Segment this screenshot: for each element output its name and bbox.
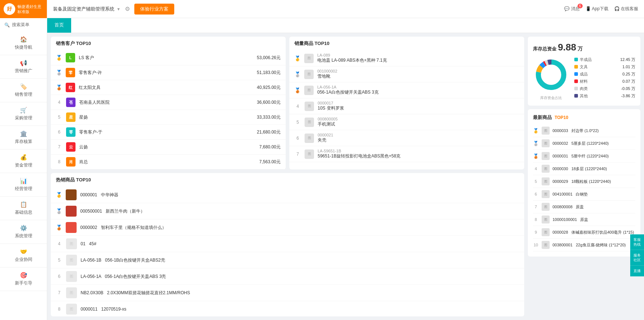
product-code: 000800005: [318, 117, 519, 121]
sidebar-item-资金管理[interactable]: 💰资金管理: [0, 149, 47, 173]
settings-icon[interactable]: ⚙: [125, 5, 130, 12]
new-product-row: 5 图 0000029 18颗粒板 (1220*2440): [533, 175, 635, 188]
float-buttons: 客服热线 服务社区 直播: [630, 234, 644, 276]
hot-product-row: 4 图 01 45#: [51, 236, 524, 252]
customer-row: 5 星 星扬 33,333.00元: [51, 110, 286, 125]
sales-product-title: 销量商品 TOP10: [294, 40, 330, 47]
rank-number: 8: [533, 217, 539, 222]
customer-name: 肖总: [79, 159, 256, 165]
search-menu[interactable]: 🔍 搜索菜单: [0, 18, 47, 32]
legend-name: 文具: [580, 64, 621, 70]
customer-service-btn[interactable]: 客服热线: [630, 234, 644, 250]
nav-icon: 📊: [20, 177, 27, 184]
new-product-info: 0000030 18多层 (1220*2440): [553, 166, 635, 172]
sidebar-item-基础信息[interactable]: 📋基础信息: [0, 197, 47, 220]
customer-name: 苍南县人民医院: [79, 99, 253, 106]
medal-icon: 🥇: [56, 192, 62, 198]
product-thumb: 图: [542, 127, 550, 135]
customer-avatar: 零: [66, 127, 76, 137]
legend-dot: [574, 87, 578, 90]
app-download-btn[interactable]: 📱 App下载: [586, 6, 608, 12]
sales-product-panel: 销量商品 TOP10 🥇 图 LA-089 电池盖 LA-089 ABS本色+黑…: [289, 37, 524, 169]
customer-row: 7 云 云扬 7,680.00元: [51, 140, 286, 155]
customer-avatar: 零: [66, 68, 75, 77]
hot-product-row: 6 图 LA-056-1A 056-1A白色按键开关盖ABS 3壳: [51, 268, 524, 285]
nav-icon: 📢: [20, 60, 27, 66]
hot-product-row: 🥈 000500001 新西兰牛肉（新牛）: [51, 203, 524, 220]
chevron-icon: ▼: [117, 7, 121, 11]
nav-icon: 🏠: [20, 36, 27, 43]
hot-product-row: 🥇 0000001 中华神器: [51, 187, 524, 203]
medal-icon: 🥉: [56, 85, 62, 90]
product-name: 雪地靴: [317, 73, 519, 79]
content: 销售客户 TOP10 🥇 L LS 客户 53,006.26元 🥈 零 零售客户…: [47, 33, 644, 320]
message-btn[interactable]: 💬 消息 6: [564, 6, 579, 12]
legend-name: 材料: [580, 79, 621, 84]
legend-dot: [574, 94, 578, 98]
new-product-list: 🥇 图 0000033 封边带 (1.0*22) 🥈 图 0000032 5厘多…: [533, 124, 635, 251]
tab-home[interactable]: 首页: [47, 18, 71, 33]
trial-button[interactable]: 体验行业方案: [134, 4, 174, 15]
hot-product-row: 7 图 NB2.0X30B 2.0X30MM双搓花轴搓花直径2.1MM/ROHS: [51, 285, 524, 301]
rank-number: 7: [294, 152, 301, 157]
sidebar-item-系统管理[interactable]: ⚙️系统管理: [0, 220, 47, 244]
sales-product-row: 🥉 图 LA-056-1A 056-1A白色按键开关盖ABS 3克: [289, 82, 524, 98]
customer-name: 红太阳文具: [79, 85, 253, 91]
product-thumb: 图: [542, 190, 550, 198]
rank-number: 10: [533, 243, 539, 247]
nav-icon: 🎯: [20, 272, 27, 279]
hot-product-name: 0000011 12070519-xs: [81, 307, 519, 312]
message-icon: 💬: [564, 6, 570, 11]
new-product-row: 🥉 图 0000031 5厘中纤 (1220*2440): [533, 150, 635, 163]
rank-number: 6: [56, 274, 62, 279]
product-code: LA-089: [317, 53, 519, 57]
product-name: 59651-1B旋转投影灯电池盒ABS黑色+58克: [318, 153, 519, 159]
legend-item: 半成品 12.45 万: [574, 57, 635, 62]
hot-product-name: 01 45#: [81, 241, 519, 246]
new-product-row: 8 图 10000100001 原盅: [533, 213, 635, 226]
customer-avatar: L: [66, 53, 75, 62]
legend-name: 肉类: [580, 86, 619, 91]
sidebar-item-快捷导航[interactable]: 🏠快捷导航: [0, 32, 47, 55]
customer-row: 6 零 零售客户-于 21,680.00元: [51, 125, 286, 140]
sidebar-item-企业协同[interactable]: 🤝企业协同: [0, 244, 47, 267]
new-product-panel: 最新商品 TOP10 🥇 图 0000033 封边带 (1.0*22) 🥈 图 …: [528, 109, 640, 257]
system-title: 装备及固定资产辅助管理系统 ▼: [53, 6, 121, 12]
headset-icon: 🎧: [614, 6, 620, 11]
rank-number: 7: [56, 144, 62, 149]
sidebar-item-采购管理[interactable]: 🛒采购管理: [0, 102, 47, 126]
customer-row: 🥈 零 零售客户-许 51,183.00元: [51, 65, 286, 80]
sidebar-item-营销推广[interactable]: 📢营销推广: [0, 55, 47, 79]
rank-number: 5: [533, 179, 539, 184]
product-code: 001000002: [317, 69, 519, 73]
sidebar-item-经营管理[interactable]: 📊经营管理: [0, 173, 47, 197]
legend-dot: [574, 79, 578, 83]
hot-product-list: 🥇 0000001 中华神器 🥈 000500001 新西兰牛肉（新牛） 🥉 0…: [51, 187, 524, 316]
new-product-info: 004100001 白钢垫: [553, 192, 635, 197]
product-thumb: 图: [304, 86, 314, 95]
legend-value: -3.86 万: [621, 93, 635, 99]
sidebar-item-库存核算[interactable]: 🏛️库存核算: [0, 126, 47, 149]
sales-product-row: 🥇 图 LA-089 电池盖 LA-089 ABS本色+黑种 7.1克: [289, 50, 524, 66]
service-community-btn[interactable]: 服务社区: [630, 250, 644, 266]
rank-number: 6: [56, 130, 62, 135]
product-code: 0000017: [318, 101, 519, 105]
online-service-btn[interactable]: 🎧 在线客服: [614, 6, 638, 12]
hot-product-row: 8 图 0000011 12070519-xs: [51, 301, 524, 316]
legend-value: 12.45 万: [620, 57, 635, 62]
rank-number: 5: [294, 120, 301, 125]
new-product-title: 最新商品 TOP10: [533, 114, 635, 121]
customer-row: 🥇 L LS 客户 53,006.26元: [51, 50, 286, 65]
legend-value: -0.05 万: [621, 86, 635, 91]
legend-dot: [574, 65, 578, 69]
live-btn[interactable]: 直播: [630, 266, 644, 276]
nav-icon: 💰: [20, 154, 27, 161]
inventory-title: 库存总资金 9.88 万: [533, 42, 635, 53]
sidebar-item-销售管理[interactable]: 🏷️销售管理: [0, 79, 47, 102]
customer-value: 51,183.00元: [257, 70, 281, 76]
customer-row: 4 苍 苍南县人民医院 36,600.00元: [51, 95, 286, 110]
hot-thumb-placeholder: 图: [66, 287, 77, 298]
sales-product-row: 🥈 图 001000002 雪地靴: [289, 66, 524, 82]
product-name: 056-1A白色按键开关盖ABS 3克: [317, 89, 519, 95]
sidebar-item-新手引导[interactable]: 🎯新手引导: [0, 267, 47, 291]
